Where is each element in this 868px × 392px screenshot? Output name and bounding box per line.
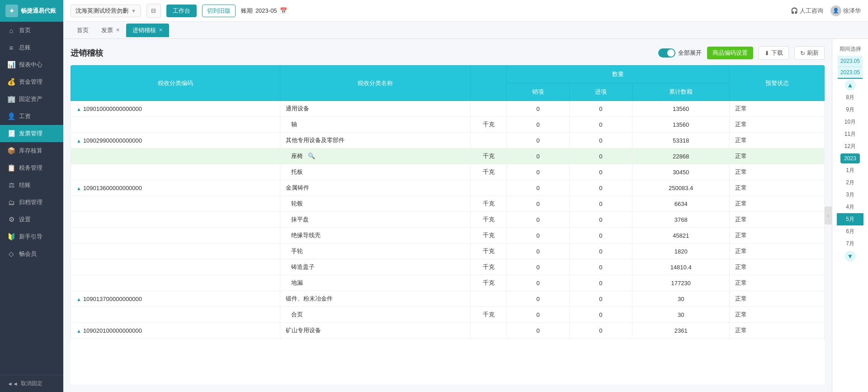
user-name: 徐泽华 [843,7,861,15]
search-icon[interactable]: 🔍 [308,153,315,159]
table-cell-purchase: 0 [570,212,632,228]
period-month-item[interactable]: 12月 [837,140,863,153]
table-cell-purchase: 0 [570,228,632,244]
period-month-item[interactable]: 2月 [837,177,863,189]
col-warning: 预警状态 [730,66,825,101]
table-cell-total: 250083.4 [632,180,730,196]
sidebar-item-ledger[interactable]: ≡ 总账 [0,39,63,56]
sidebar-item-archive[interactable]: 🗂 归档管理 [0,194,63,211]
table-cell-sale: 0 [507,212,570,228]
tab-reconcile-label: 进销稽核 [132,26,156,34]
sidebar-item-reports[interactable]: 📊 报表中心 [0,56,63,73]
tab-home[interactable]: 首页 [71,24,95,37]
save-icon-btn[interactable]: ⊟ [146,4,161,18]
table-cell-purchase: 0 [570,148,632,164]
table-header-row: 税收分类编码 税收分类名称 数量 预警状态 [71,66,825,83]
period-year-label[interactable]: 2023 [840,153,860,163]
expand-toggle-switch[interactable] [658,48,675,57]
switch-version-button[interactable]: 切到旧版 [202,5,236,17]
sidebar-item-archive-label: 归档管理 [19,198,42,206]
table-cell-name: 矿山专用设备 [280,323,471,339]
sidebar-item-home[interactable]: ⌂ 首页 [0,22,63,39]
funds-icon: 💰 [7,78,15,86]
workbench-button[interactable]: 工作台 [166,5,197,17]
table-cell-name: 金属铸件 [280,180,471,196]
close-invoice-icon[interactable]: ✕ [116,27,120,33]
table-cell-purchase: 0 [570,291,632,307]
table-cell-warning: 正常 [730,133,825,148]
table-cell-warning: 正常 [730,275,825,291]
product-code-button[interactable]: 商品编码设置 [707,47,753,59]
table-cell-unit: 千克 [471,117,507,133]
period-month-item[interactable]: 7月 [837,238,863,250]
table-cell-unit [471,101,507,117]
period-selection-label: 期间选择 [832,43,868,56]
collapse-icon[interactable]: ▲ [76,106,81,112]
sidebar-item-invoice[interactable]: 🧾 发票管理 [0,125,63,142]
period-month-item[interactable]: 6月 [837,225,863,238]
sidebar-item-tax[interactable]: 📋 税务管理 [0,159,63,177]
sidebar-item-tax-label: 税务管理 [19,164,42,172]
table-cell-warning: 正常 [730,244,825,259]
sidebar-item-guide-label: 新手引导 [19,233,42,241]
user-menu[interactable]: 👤 徐泽华 [830,5,861,16]
page-content: 进销稽核 全部展开 商品编码设置 ⬇ 下载 ↻ 刷新 [63,39,832,392]
unpin-button[interactable]: ◄◄ 取消固定 [0,375,63,392]
company-selector[interactable]: 沈海英测试经营勿删 ▼ [71,5,141,17]
sidebar-item-funds[interactable]: 💰 资金管理 [0,73,63,91]
table-cell-code [71,117,280,133]
table-cell-total: 22868 [632,148,730,164]
table-cell-total: 30450 [632,164,730,180]
period-month-item[interactable]: 5月 [837,213,863,225]
period-header-2[interactable]: 2023.05 [838,67,863,79]
table-cell-warning: 正常 [730,117,825,133]
calendar-icon[interactable]: 📅 [280,7,287,14]
period-month-item[interactable]: 9月 [837,104,863,116]
sidebar-item-settings[interactable]: ⚙ 设置 [0,211,63,228]
period-month-item[interactable]: 1月 [837,164,863,177]
table-cell-warning: 正常 [730,291,825,307]
panel-collapse-btn[interactable]: › [825,206,832,225]
collapse-icon[interactable]: ▲ [76,328,81,334]
sidebar-item-assets[interactable]: 🏢 固定资产 [0,91,63,108]
table-cell-total: 14810.4 [632,259,730,275]
sidebar-item-reports-label: 报表中心 [19,61,42,69]
table-cell-unit [471,291,507,307]
table-cell-name: 轮毂 [280,196,471,212]
download-button[interactable]: ⬇ 下载 [759,46,789,60]
tab-invoice[interactable]: 发票 ✕ [95,24,126,37]
period-header-1[interactable]: 2023.05 [838,56,863,67]
sidebar-item-payroll[interactable]: 👤 工资 [0,108,63,125]
sidebar-item-guide[interactable]: 🔰 新手引导 [0,228,63,245]
sidebar-item-settle[interactable]: ⚖ 结账 [0,177,63,194]
topbar: 沈海英测试经营勿删 ▼ ⊟ 工作台 切到旧版 账期 2023-05 📅 🎧 人工… [63,0,868,22]
refresh-button[interactable]: ↻ 刷新 [794,46,825,60]
expand-toggle-group: 全部展开 [658,48,702,57]
chevron-down-icon: ▼ [131,8,136,14]
col-purchase: 进项 [570,83,632,101]
period-down-btn[interactable]: ▼ [845,251,856,262]
period-up-btn[interactable]: ▲ [845,80,856,91]
service-button[interactable]: 🎧 人工咨询 [791,7,823,15]
period-month-item[interactable]: 10月 [837,116,863,128]
period-month-item[interactable]: 11月 [837,128,863,140]
table-cell-unit: 千克 [471,164,507,180]
sidebar-item-settle-label: 结账 [19,181,31,189]
close-reconcile-icon[interactable]: ✕ [159,27,163,33]
tab-reconcile[interactable]: 进销稽核 ✕ [126,24,169,37]
period-month-item[interactable]: 4月 [837,201,863,213]
table-cell-total: 13560 [632,101,730,117]
table-cell-total: 13560 [632,117,730,133]
collapse-icon[interactable]: ▲ [76,296,81,302]
period-month-item[interactable]: 3月 [837,189,863,201]
table-cell-code [71,259,280,275]
collapse-icon[interactable]: ▲ [76,138,81,143]
expand-label: 全部展开 [678,49,702,57]
sidebar-item-member[interactable]: ◇ 畅会员 [0,245,63,263]
sidebar-item-inventory[interactable]: 📦 库存核算 [0,142,63,159]
right-panel: 期间选择 2023.05 2023.05 ▲ 8月9月10月11月12月2023… [832,39,868,392]
period-month-item[interactable]: 8月 [837,91,863,104]
home-icon: ⌂ [7,27,15,34]
collapse-icon[interactable]: ▲ [76,186,81,191]
tab-invoice-label: 发票 [101,26,113,34]
